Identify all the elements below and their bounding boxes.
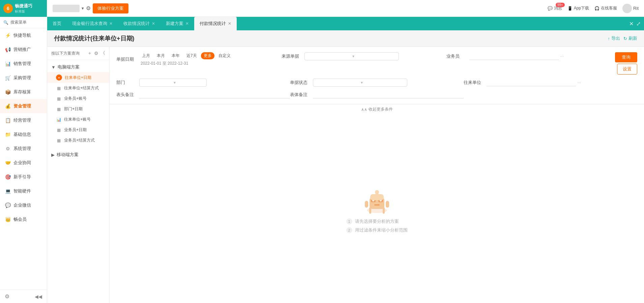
scheme-dept-date[interactable]: ▦ 部门+日期	[47, 104, 109, 114]
member-icon: 👑	[5, 216, 11, 222]
svg-rect-9	[365, 201, 368, 208]
nav-item-inventory[interactable]: 📦 库存核算	[0, 85, 47, 99]
nav-label-guide: 新手引导	[13, 174, 31, 180]
tab-bank-flow[interactable]: 现金银行流水查询 ✕	[67, 17, 118, 30]
quick-nav-icon: ⚡	[5, 32, 11, 38]
setting-button[interactable]: 设置	[617, 64, 637, 74]
export-button[interactable]: ↑ 导出	[608, 35, 620, 41]
pc-group-header[interactable]: ▼ 电脑端方案	[47, 62, 109, 72]
tab-payment-stats-label: 付款情况统计	[200, 21, 226, 27]
filter-source: 来源单据 ▾	[282, 52, 447, 60]
refresh-button[interactable]: ↻ 刷新	[623, 35, 637, 41]
settings-gear-icon[interactable]: ⚙	[86, 5, 91, 11]
empty-tips: 1 请先选择要分析的方案 2 用过滤条件来缩小分析范围	[346, 218, 408, 233]
top-header: ▾ ⚙ 体验行业方案 💬 消息 99+ 📱 App下载 🎧 在线客服 Rit	[47, 0, 644, 17]
scheme-icon-5: ▦	[56, 127, 61, 133]
pc-group-label: 电脑端方案	[58, 64, 80, 70]
header-note-input[interactable]	[139, 91, 290, 98]
counterpart-more-icon[interactable]: ···	[577, 80, 581, 85]
tab-bank-flow-close[interactable]: ✕	[109, 21, 113, 26]
scheme-unit-account[interactable]: 📊 往来单位+账号	[47, 114, 109, 125]
nav-item-enterprise[interactable]: 🤝 企业协同	[0, 156, 47, 170]
tab-payment-stats-close[interactable]: ✕	[228, 21, 231, 26]
source-select[interactable]: ▾	[304, 52, 399, 60]
salesperson-label: 业务员	[446, 53, 467, 59]
nav-item-guide[interactable]: 🎯 新手引导	[0, 170, 47, 184]
nav-item-basic[interactable]: 📁 基础信息	[0, 127, 47, 142]
nav-item-quick[interactable]: ⚡ 快捷导航	[0, 28, 47, 42]
nav-label-operation: 经营管理	[13, 117, 31, 123]
footer-collapse-icon[interactable]: ◀◀	[35, 294, 42, 299]
header-dropdown-icon[interactable]: ▾	[82, 6, 84, 11]
doc-status-select[interactable]: ▾	[313, 79, 407, 87]
nav-item-member[interactable]: 👑 畅会员	[0, 212, 47, 226]
trial-button[interactable]: 体验行业方案	[93, 3, 128, 13]
counterpart-input[interactable]	[487, 79, 576, 86]
add-scheme-btn[interactable]: ＋	[87, 50, 92, 56]
tip-text-2: 用过滤条件来缩小分析范围	[355, 227, 408, 233]
scheme-icon-2: ▦	[56, 96, 61, 101]
tab-home[interactable]: 首页	[47, 17, 67, 30]
header-user-area: ▾ ⚙ 体验行业方案	[53, 3, 544, 13]
svg-point-11	[375, 190, 379, 194]
nav-item-finance[interactable]: 💰 资金管理	[0, 99, 47, 113]
nav-item-operation[interactable]: 📋 经营管理	[0, 113, 47, 127]
scheme-salesperson-date[interactable]: ▦ 业务员+日期	[47, 125, 109, 135]
wechat-icon: 💬	[5, 202, 11, 208]
nav-item-hardware[interactable]: 💻 智能硬件	[0, 184, 47, 198]
dept-select[interactable]: ▾	[139, 79, 207, 87]
nav-item-sales[interactable]: 📊 销售管理	[0, 57, 47, 71]
tab-bar-right: ✕ ⤢	[629, 21, 644, 27]
sidebar-search[interactable]: 🔍 搜索菜单	[0, 17, 47, 28]
nav-label-quick: 快捷导航	[13, 32, 31, 38]
avatar	[622, 4, 632, 13]
filter-row-2: 部门 ▾ 单据状态 ▾	[116, 79, 637, 87]
tab-new-scheme[interactable]: 新建方案 ✕	[160, 17, 194, 30]
user-info[interactable]: Rit	[622, 4, 639, 13]
nav-item-wechat[interactable]: 💬 企业微信	[0, 198, 47, 212]
search-label: 搜索菜单	[10, 20, 27, 25]
filter-salesperson: 业务员 ···	[446, 52, 612, 60]
nav-item-purchase[interactable]: 🛒 采购管理	[0, 71, 47, 85]
date-btn-7days[interactable]: 近7天	[184, 52, 200, 59]
left-panel: 按以下方案查询 ＋ ⚙ 《 ▼ 电脑端方案 ●	[47, 47, 110, 303]
nav-item-marketing[interactable]: 📢 营销推广	[0, 42, 47, 57]
nav-item-system[interactable]: ⚙ 系统管理	[0, 142, 47, 156]
tab-receipt-stats[interactable]: 收款情况统计 ✕	[118, 17, 160, 30]
tab-new-scheme-close[interactable]: ✕	[185, 21, 189, 26]
date-btn-this-month[interactable]: 本月	[154, 52, 168, 59]
date-btn-this-year[interactable]: 本年	[169, 52, 182, 59]
app-download-action[interactable]: 📱 App下载	[567, 5, 589, 11]
date-btn-more[interactable]: 更多	[201, 52, 214, 59]
scheme-unit-date[interactable]: ● 往来单位+日期	[47, 72, 109, 83]
active-scheme-indicator: ●	[56, 74, 62, 81]
header-note-label: 表头备注	[116, 92, 137, 98]
collapse-up-icon: ∧∧	[361, 107, 367, 112]
scheme-unit-account-label: 往来单位+账号	[64, 117, 91, 122]
collapse-panel-btn[interactable]: 《	[100, 50, 105, 56]
main-area: ▾ ⚙ 体验行业方案 💬 消息 99+ 📱 App下载 🎧 在线客服 Rit	[47, 0, 644, 303]
scheme-unit-settle[interactable]: ▦ 往来单位+结算方式	[47, 83, 109, 93]
export-label: 导出	[611, 35, 620, 41]
nav-label-sales: 销售管理	[13, 61, 31, 67]
tab-close-all-btn[interactable]: ✕	[629, 21, 634, 27]
salesperson-more-icon[interactable]: ···	[560, 54, 564, 59]
scheme-salesperson-account[interactable]: ▦ 业务员+账号	[47, 93, 109, 104]
salesperson-input[interactable]	[469, 52, 559, 60]
scheme-salesperson-settle[interactable]: ▦ 业务员+结算方式	[47, 135, 109, 146]
message-action[interactable]: 💬 消息 99+	[548, 5, 562, 11]
date-btn-custom[interactable]: 自定义	[216, 52, 233, 59]
tab-expand-btn[interactable]: ⤢	[636, 21, 641, 27]
query-button[interactable]: 查询	[615, 52, 637, 62]
scheme-settings-btn[interactable]: ⚙	[94, 51, 98, 56]
action-buttons: 查询 设置	[615, 52, 637, 74]
app-icon: 📱	[567, 6, 573, 11]
collapse-bar[interactable]: ∧∧ 收起更多条件	[110, 104, 644, 114]
service-action[interactable]: 🎧 在线客服	[594, 5, 617, 11]
body-note-input[interactable]	[313, 91, 464, 98]
date-btn-last-month[interactable]: 上月	[139, 52, 153, 59]
tab-payment-stats[interactable]: 付款情况统计 ✕	[194, 17, 237, 30]
footer-settings-icon[interactable]: ⚙	[5, 293, 9, 300]
tab-receipt-stats-close[interactable]: ✕	[152, 21, 155, 26]
mobile-group-header[interactable]: ▶ 移动端方案	[47, 150, 109, 160]
